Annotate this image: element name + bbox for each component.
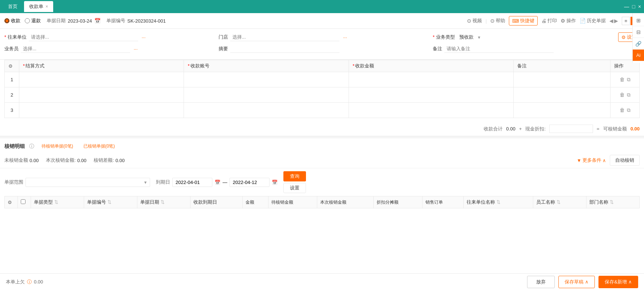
select-all-checkbox[interactable] [21,199,25,204]
summary-input[interactable] [230,45,339,53]
biz-type-dropdown-icon[interactable]: ▾ [478,35,480,40]
sidebar-ai-icon[interactable]: Ai [633,50,644,61]
radio-refund-input[interactable] [25,18,30,23]
footer-left: 本单上欠 ⓘ 0.00 [6,279,43,285]
bottom-col-date: 单据日期⇅ [137,196,191,208]
radio-receipt-input[interactable] [4,18,9,23]
date-value: 2023-03-24 [68,18,92,24]
partner-input[interactable] [29,33,138,41]
sidebar-table-icon[interactable]: ⊞ [633,15,644,26]
bottom-col-settings[interactable]: ⚙ [5,196,18,208]
bottom-col-checkbox[interactable] [18,196,31,208]
radio-refund[interactable]: 退款 [25,17,41,24]
diff-value: 0.00 [115,158,125,163]
partner-required: * [4,34,6,40]
date-to-input[interactable] [229,178,270,187]
store-input[interactable] [230,33,339,41]
staff-more-btn[interactable]: ··· [134,46,138,52]
row-amount-2[interactable] [349,87,513,103]
date-from-input[interactable] [172,178,212,187]
store-more-btn[interactable]: ··· [343,35,347,40]
save-draft-btn[interactable]: 保存草稿 ∧ [558,276,595,288]
partner-label: * 往来单位 [4,34,27,40]
row-settlement-2[interactable] [19,87,184,103]
row-copy-1-icon[interactable]: ⧉ [627,77,631,83]
tab-done[interactable]: 已核销单据(0笔) [80,142,118,150]
query-btn[interactable]: 查询 [283,171,306,181]
row-num-3: 3 [5,103,19,118]
video-label: 视频 [472,17,482,24]
tab-home[interactable]: 首页 [3,1,23,12]
abandon-btn[interactable]: 放弃 [527,276,555,288]
store-field: 门店 ··· [219,33,425,41]
due-date-label: 到期日 [156,179,170,185]
date-from-calendar-icon[interactable]: 📅 [215,180,220,185]
row-note-3[interactable] [514,103,610,118]
scope-select[interactable]: ▾ [25,178,150,187]
shortcut-btn[interactable]: ⌨ 快捷键 [509,16,538,26]
partner-more-btn[interactable]: ··· [142,35,146,40]
save-new-btn[interactable]: 保存&新增 ∧ [598,276,638,288]
row-copy-2-icon[interactable]: ⧉ [627,92,631,98]
ai-label: Ai [636,52,641,58]
more-conditions-btn[interactable]: ▼ 更多条件 ∧ [577,157,606,164]
row-settlement-1[interactable] [19,72,184,87]
window-close-icon[interactable]: × [638,4,641,9]
col-settings[interactable]: ⚙ [5,60,19,72]
row-copy-3-icon[interactable]: ⧉ [627,107,631,113]
col-amount: *收款金额 [349,60,513,72]
row-amount-3[interactable] [349,103,513,118]
chevron-up-icon: ∧ [602,158,606,163]
tab-close-icon[interactable]: × [46,4,48,9]
more-conditions-label: 更多条件 [582,157,601,164]
auto-cancel-btn[interactable]: 自动核销 [610,155,640,166]
settings-gear-icon: ⚙ [621,35,626,40]
bottom-settings-icon[interactable]: ⚙ [8,200,12,205]
row-settlement-3[interactable] [19,103,184,118]
current-value: 0.00 [77,158,86,163]
print-label: 打印 [547,17,557,24]
current-stat: 本次核销金额: 0.00 [46,157,86,164]
row-account-1[interactable] [184,72,349,87]
filter-settings-btn[interactable]: 设置 [283,183,306,193]
discount-input[interactable] [549,125,593,133]
nav-prev-icon[interactable]: ◀ [609,18,613,24]
print-btn[interactable]: 🖨 打印 [541,17,557,24]
history-btn[interactable]: 📄 历史单据 [580,17,606,24]
bottom-col-staff: 员工名称⇅ [533,196,586,208]
sidebar-link-icon[interactable]: 🔗 [633,38,644,50]
toolbar-right: ⊙ 视频 | ⊙ 帮助 ⌨ 快捷键 🖨 打印 ⚙ 操作 📄 历史单据 [467,16,640,26]
row-account-2[interactable] [184,87,349,103]
info-circle-icon[interactable]: ⓘ [27,279,32,285]
tab-pending[interactable]: 待核销单据(0笔) [39,142,76,150]
row-delete-2-icon[interactable]: 🗑 [620,92,625,98]
row-account-3[interactable] [184,103,349,118]
prev-label: 本单上欠 [6,279,25,285]
note-input[interactable] [444,45,554,53]
staff-label: 业务员 [4,46,19,52]
radio-receipt[interactable]: 收款 [4,17,20,24]
row-delete-1-icon[interactable]: 🗑 [620,77,625,83]
video-btn[interactable]: ⊙ 视频 [467,17,482,24]
row-note-1[interactable] [514,72,610,87]
save-draft-arrow-icon: ∧ [585,279,589,285]
help-btn[interactable]: ⊙ 帮助 [490,17,505,24]
list-view-btn[interactable]: ≡ [622,17,630,25]
nav-next-icon[interactable]: ▶ [614,18,618,24]
unchecked-label: 未核销金额 [4,157,28,164]
operation-btn[interactable]: ⚙ 操作 [561,17,576,24]
tab-receipt[interactable]: 收款单 × [24,1,53,12]
row-note-2[interactable] [514,87,610,103]
row-delete-3-icon[interactable]: 🗑 [620,107,625,113]
minimize-icon[interactable]: — [624,4,629,9]
maximize-icon[interactable]: □ [632,4,635,9]
radio-receipt-label: 收款 [11,17,20,24]
table-settings-icon[interactable]: ⚙ [8,63,13,69]
staff-input[interactable] [21,45,130,53]
sidebar-list-icon[interactable]: ⊟ [633,26,644,38]
date-to-calendar-icon[interactable]: 📅 [272,180,278,185]
scope-label: 单据范围 [4,179,23,185]
info-icon[interactable]: ⓘ [29,143,34,150]
calendar-icon[interactable]: 📅 [94,18,101,24]
row-amount-1[interactable] [349,72,513,87]
